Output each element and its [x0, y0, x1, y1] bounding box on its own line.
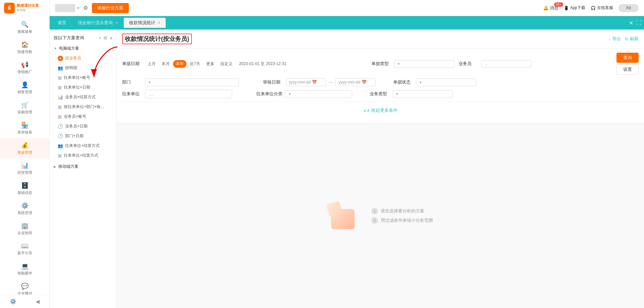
sidebar-item-wechat[interactable]: 💬 企业微信 — [0, 279, 49, 295]
table-icon-4: ▦ — [58, 114, 62, 119]
tab-home[interactable]: 首页 — [52, 18, 72, 28]
sidebar-item-quicknav[interactable]: 🏠 快捷导航 — [0, 38, 49, 58]
table-icon-5: ▦ — [58, 153, 62, 158]
maximize-icon[interactable]: ⛶ — [636, 20, 641, 26]
plan-item-counterparty-account[interactable]: ▦ 往来单位+账号 — [50, 73, 116, 83]
tab-collection[interactable]: 收款情况统计 × — [124, 18, 166, 28]
plan-item-by-salesman[interactable]: ● 按业务员 — [50, 53, 116, 63]
panel-header-title: 按以下方案查询 — [54, 35, 84, 41]
sidebar-item-label: 搜索菜单 — [17, 29, 32, 34]
trial-button[interactable]: 体验行业方案 — [92, 3, 129, 13]
plan-item-salesman-settlement[interactable]: 📊 业务员+结算方式 — [50, 92, 116, 102]
online-service-button[interactable]: 🎧 在线客服 — [591, 5, 613, 11]
sidebar-item-hardware[interactable]: 💻 智能硬件 — [0, 259, 49, 279]
date-separator: — — [329, 80, 333, 85]
collapse-sidebar-icon[interactable]: ◀ — [36, 298, 40, 305]
sidebar-item-finance[interactable]: 💰 资金管理 — [0, 138, 49, 158]
tabbar-right-actions: ✕ ⛶ — [629, 20, 641, 26]
date-tab-7days[interactable]: 近7天 — [187, 60, 203, 68]
sales-icon: 👤 — [21, 81, 29, 89]
salesman-select[interactable]: … — [481, 60, 532, 67]
sidebar-item-guide[interactable]: 📖 新手引导 — [0, 239, 49, 259]
tab-bank-close-icon[interactable]: × — [115, 20, 118, 25]
plan-item-counterparty-date[interactable]: ▦ 往来单位+日期 — [50, 83, 116, 92]
main-area: ▾ ⚙ 体验行业方案 🔔 消息 99+ 📱 App下载 🎧 在线客服 Rit — [50, 0, 644, 308]
user-name-badge[interactable]: Rit — [619, 4, 639, 12]
guide-icon: 📖 — [21, 242, 29, 250]
settings-bottom-icon[interactable]: ⚙️ — [10, 298, 16, 305]
sidebar-item-business[interactable]: 📊 经营管理 — [0, 158, 49, 178]
date-tab-this-year[interactable]: 本年 — [173, 60, 186, 68]
sidebar-item-sales[interactable]: 👤 销售管理 — [0, 78, 49, 98]
expand-arrow-icon: ▼ — [54, 47, 57, 50]
sidebar-nav: 🔍 搜索菜单 🏠 快捷导航 📢 营销推广 👤 销售管理 🛒 采购管理 🏪 库存核… — [0, 16, 49, 295]
counterparty-cat-select[interactable]: ▾ — [285, 90, 352, 98]
sidebar-item-purchase[interactable]: 🛒 采购管理 — [0, 98, 49, 118]
step-2-number: 2 — [371, 217, 378, 224]
download-icon: 📱 — [564, 6, 569, 10]
voucher-status-select[interactable]: ▾ — [416, 79, 476, 86]
plan-group-desktop-title[interactable]: ▼ 电脑端方案 — [50, 44, 116, 53]
plan-item-salesman-account[interactable]: ▦ 业务员+账号 — [50, 112, 116, 121]
business-type-select[interactable]: ▾ — [392, 90, 453, 98]
plan-item-counterparty-settlement-2[interactable]: ▦ 往来单位+结算方式 — [50, 151, 116, 160]
voucher-type-select[interactable]: ▾ — [394, 60, 454, 68]
app-download-button[interactable]: 📱 App下载 — [564, 5, 585, 11]
sidebar-item-label: 企业微信 — [17, 291, 32, 295]
logo-text: 畅捷通好生意 — [17, 3, 39, 8]
review-date-from[interactable]: yyyy-mm-dd 📅 — [286, 78, 326, 86]
sidebar-item-enterprise[interactable]: 🏢 企业协同 — [0, 219, 49, 239]
filter-row-3: 往来单位 … 往来单位分类 ▾ 业务类型 ▾ — [122, 90, 639, 98]
date-label: 单据日期 — [122, 61, 142, 67]
step-2-text: 用过滤条件来缩小分析范围 — [381, 217, 433, 223]
plan-item-dept-date[interactable]: 🕐 部门+日期 — [50, 131, 116, 141]
plan-item-salesman-date[interactable]: 🕐 业务员+日期 — [50, 121, 116, 131]
plan-item-counterparty-dept[interactable]: ▦ 按往来单位+部门+收... — [50, 102, 116, 112]
review-date-from-text: yyyy-mm-dd — [289, 80, 311, 85]
refresh-button[interactable]: ↻ 刷新 — [625, 36, 639, 42]
panel-header-actions: + ⚙ « — [99, 35, 112, 41]
collapse-more-button[interactable]: ∧∧ 收起更多条件 — [122, 105, 639, 116]
collapse-panel-icon[interactable]: « — [110, 35, 112, 41]
message-button[interactable]: 🔔 消息 99+ — [543, 5, 558, 11]
empty-step-1: 1 请先选择要分析的方案 — [371, 208, 433, 214]
sidebar-item-system[interactable]: ⚙️ 系统管理 — [0, 199, 49, 219]
date-tabs: 上月 本月 本年 近7天 更多 自定义 — [145, 60, 235, 68]
close-window-icon[interactable]: ✕ — [629, 20, 633, 26]
user-info: ▾ — [55, 4, 79, 12]
sidebar-item-label: 经营管理 — [17, 170, 32, 175]
table-icon-1: ▦ — [58, 75, 62, 80]
sidebar-item-inventory[interactable]: 🏪 库存核算 — [0, 118, 49, 138]
sidebar-item-label: 销售管理 — [17, 90, 32, 95]
settings-button[interactable]: 设置 — [616, 64, 639, 75]
tab-collection-close-icon[interactable]: × — [158, 20, 160, 25]
plan-group-mobile-title[interactable]: ▶ 移动端方案 — [50, 162, 116, 171]
salesman-label: 业务员 — [459, 61, 479, 67]
plan-setting-icon[interactable]: ⚙ — [103, 35, 108, 41]
tab-bank[interactable]: 现金银行流水查询 × — [72, 18, 123, 28]
search-icon: 🔍 — [21, 21, 29, 28]
query-button[interactable]: 查询 — [616, 53, 639, 63]
plan-item-by-detail[interactable]: 👥 按明细 — [50, 63, 116, 73]
export-icon: ↑ — [609, 37, 611, 42]
counterparty-select[interactable]: … — [145, 90, 232, 98]
sidebar-item-marketing[interactable]: 📢 营销推广 — [0, 58, 49, 78]
tab-home-label: 首页 — [58, 20, 66, 26]
date-tab-more[interactable]: 更多 — [204, 60, 217, 68]
review-date-to[interactable]: yyyy-mm-dd 📅 — [335, 78, 376, 86]
salesman-dots-icon: … — [485, 62, 489, 66]
plan-item-counterparty-settlement-1[interactable]: 👥 往来单位+结算方式 — [50, 141, 116, 151]
empty-step-2: 2 用过滤条件来缩小分析范围 — [371, 217, 433, 224]
calendar-icon-2: 📅 — [362, 80, 367, 85]
gear-icon[interactable]: ⚙ — [83, 5, 88, 11]
sidebar-item-basic[interactable]: 🗄️ 基础信息 — [0, 178, 49, 199]
topbar-right: 🔔 消息 99+ 📱 App下载 🎧 在线客服 Rit — [543, 4, 639, 12]
export-button[interactable]: ↑ 导出 — [609, 36, 621, 42]
date-tab-this-month[interactable]: 本月 — [159, 60, 172, 68]
date-tab-last-month[interactable]: 上月 — [145, 60, 158, 68]
sidebar-item-search[interactable]: 🔍 搜索菜单 — [0, 17, 49, 38]
date-tab-custom[interactable]: 自定义 — [218, 60, 235, 68]
dept-select[interactable]: ▾ — [145, 79, 239, 86]
user-chevron-icon[interactable]: ▾ — [77, 6, 79, 10]
add-plan-icon[interactable]: + — [99, 35, 101, 41]
